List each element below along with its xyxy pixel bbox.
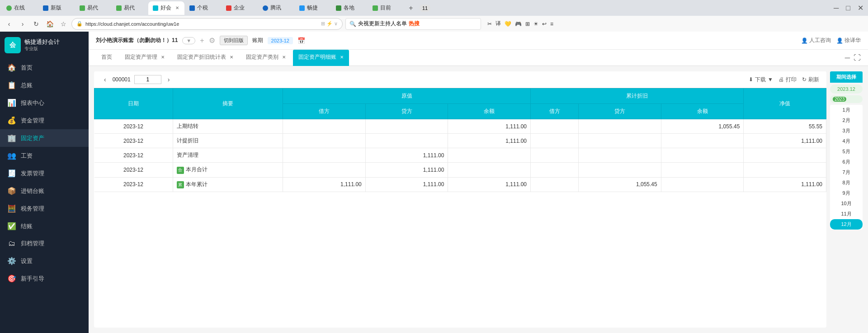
- back-button[interactable]: ‹: [4, 19, 14, 29]
- sidebar-item-label-settings: 设置: [21, 257, 33, 265]
- close-window-icon[interactable]: ✕: [855, 3, 866, 13]
- browser-tab-muqian[interactable]: 目前: [368, 1, 404, 15]
- game-tool[interactable]: 🎮: [515, 21, 522, 27]
- browser-tab-haohui[interactable]: 好会 ✕: [148, 1, 184, 15]
- minimize-icon[interactable]: ─: [831, 3, 841, 13]
- period-item-12[interactable]: 12月: [830, 219, 863, 230]
- period-item-3[interactable]: 3月: [830, 126, 863, 136]
- sidebar-item-label-ledger: 总账: [21, 81, 33, 89]
- tab-fixed-assets-mgmt[interactable]: 固定资产管理 ✕: [119, 50, 170, 66]
- period-item-10[interactable]: 10月: [830, 198, 863, 209]
- browser-tab-changjie[interactable]: 畅捷: [295, 1, 331, 15]
- switch-version-button[interactable]: 切到旧版: [220, 36, 248, 45]
- cell-summary: 累本年累计: [173, 177, 283, 192]
- wallet-tool[interactable]: 💛: [505, 21, 511, 27]
- period-item-5[interactable]: 5月: [830, 146, 863, 157]
- sidebar-item-guide[interactable]: 🎯 新手引导: [0, 270, 89, 287]
- sidebar-item-archive[interactable]: 🗂 归档管理: [0, 235, 89, 252]
- tab-close-depreciation-stats[interactable]: ✕: [230, 55, 233, 60]
- maximize-icon[interactable]: □: [843, 3, 853, 13]
- cell-date: 2023-12: [94, 134, 173, 148]
- sidebar-item-trading[interactable]: 📦 进销台账: [0, 182, 89, 200]
- menu-tool[interactable]: ≡: [550, 21, 553, 27]
- period-item-4[interactable]: 4月: [830, 136, 863, 146]
- sidebar-item-closing[interactable]: ✅ 结账: [0, 217, 89, 235]
- browser-tab-geshui[interactable]: 个税: [185, 1, 221, 15]
- panel-maximize-icon[interactable]: ⛶: [854, 54, 861, 62]
- sidebar-logo: 会 畅捷通好会计 专业版: [0, 32, 89, 59]
- browser-tab-new[interactable]: 新版: [38, 1, 75, 15]
- browser-tab-close[interactable]: ✕: [175, 5, 179, 10]
- col-accumulated-dep: 累计折旧: [531, 89, 744, 104]
- new-tab-button[interactable]: +: [405, 2, 417, 14]
- home-button[interactable]: 🏠: [44, 19, 55, 29]
- prev-page-button[interactable]: ‹: [101, 75, 109, 84]
- browser-tab-online[interactable]: 在线: [2, 1, 38, 15]
- sidebar-item-label-payroll: 工资: [21, 152, 33, 160]
- ssl-lock-icon: 🔒: [76, 21, 83, 27]
- sidebar-item-general-ledger[interactable]: 📋 总账: [0, 76, 89, 94]
- period-item-6[interactable]: 6月: [830, 157, 863, 167]
- page-input[interactable]: [134, 75, 161, 84]
- browser-tab-yidai2[interactable]: 易代: [112, 1, 148, 15]
- browser-tab-qiye[interactable]: 企业: [222, 1, 258, 15]
- period-item-1[interactable]: 1月: [830, 105, 863, 115]
- sidebar-item-invoice[interactable]: 🧾 发票管理: [0, 164, 89, 182]
- sidebar-item-funds[interactable]: 💰 资金管理: [0, 112, 89, 129]
- tab-close-fixed-assets-category[interactable]: ✕: [282, 55, 286, 60]
- tab-close-fixed-assets-ledger[interactable]: ✕: [340, 55, 344, 60]
- col-net-value: 净值: [744, 89, 826, 119]
- sidebar-item-home[interactable]: 🏠 首页: [0, 59, 89, 76]
- tab-depreciation-stats[interactable]: 固定资产折旧统计表 ✕: [172, 50, 239, 66]
- scissors-tool[interactable]: ✂: [487, 21, 492, 27]
- human-service-button[interactable]: 👤 人工咨询: [801, 37, 831, 44]
- download-dropdown-icon[interactable]: ▼: [768, 76, 773, 83]
- period-item-7[interactable]: 7月: [830, 167, 863, 178]
- search-bar[interactable]: 🔍 央视更新主持人名单 热搜: [345, 18, 481, 30]
- sidebar-item-payroll[interactable]: 👥 工资: [0, 147, 89, 164]
- panel-minimize-icon[interactable]: ─: [845, 54, 850, 62]
- tab-fixed-assets-category[interactable]: 固定资产类别 ✕: [241, 50, 291, 66]
- account-settings-button[interactable]: ⚙: [209, 36, 215, 45]
- cell-dep-credit: [579, 163, 661, 178]
- next-page-button[interactable]: ›: [165, 75, 173, 84]
- address-bar[interactable]: 🔒 https://cloud.chanjet.com/accounting/u…: [71, 18, 343, 30]
- ledger-header: ‹ 000001 › ⬇ 下载 ▼ 🖨 打印: [94, 71, 826, 88]
- sidebar-item-tax[interactable]: 🧮 税务管理: [0, 200, 89, 217]
- bookmark-button[interactable]: ☆: [58, 19, 69, 29]
- tab-close-fixed-assets-mgmt[interactable]: ✕: [161, 55, 165, 60]
- browser-tab-tencent[interactable]: 腾讯: [258, 1, 294, 15]
- print-button[interactable]: 🖨 打印: [778, 76, 797, 84]
- period-item-2[interactable]: 2月: [830, 115, 863, 126]
- period-item-8[interactable]: 8月: [830, 178, 863, 188]
- account-dropdown[interactable]: ▼: [182, 37, 195, 44]
- sidebar-item-label-home: 首页: [21, 64, 33, 72]
- tab-fixed-assets-ledger[interactable]: 固定资产明细账 ✕: [293, 50, 349, 66]
- grid-tool[interactable]: ⊞: [525, 21, 530, 27]
- period-year-badge[interactable]: 2023: [830, 95, 863, 103]
- period-calendar-icon[interactable]: 📅: [297, 37, 305, 44]
- sidebar-item-fixed-assets[interactable]: 🏢 固定资产: [0, 129, 89, 147]
- download-button[interactable]: ⬇ 下载 ▼: [749, 76, 773, 84]
- undo-tool[interactable]: ↩: [542, 21, 547, 27]
- add-account-button[interactable]: +: [200, 37, 204, 45]
- sidebar-item-reports[interactable]: 📊 报表中心: [0, 94, 89, 112]
- translate-tool[interactable]: 译: [495, 20, 501, 28]
- sidebar-item-settings[interactable]: ⚙️ 设置: [0, 252, 89, 270]
- refresh-button[interactable]: ↻: [31, 19, 42, 29]
- browser-tab-yidai1[interactable]: 易代: [75, 1, 111, 15]
- year-badge-icon: 2023: [833, 97, 846, 102]
- period-item-11[interactable]: 11月: [830, 209, 863, 219]
- forward-button[interactable]: ›: [17, 19, 28, 29]
- browser-tab-gedi[interactable]: 各地: [331, 1, 368, 15]
- tab-home[interactable]: 首页: [96, 50, 118, 66]
- user-profile-button[interactable]: 👤 徐译华: [836, 37, 861, 44]
- archive-icon: 🗂: [7, 239, 16, 248]
- table-row: 2023-12 上期结转 1,111.00 1,055.45 55.55: [94, 119, 826, 134]
- period-year-item[interactable]: 2023.12: [830, 84, 863, 94]
- period-panel-title: 期间选择: [830, 71, 863, 83]
- col-orig-balance: 余额: [448, 104, 531, 119]
- brightness-tool[interactable]: ☀: [533, 21, 538, 27]
- refresh-button[interactable]: ↻ 刷新: [802, 76, 819, 84]
- period-item-9[interactable]: 9月: [830, 188, 863, 198]
